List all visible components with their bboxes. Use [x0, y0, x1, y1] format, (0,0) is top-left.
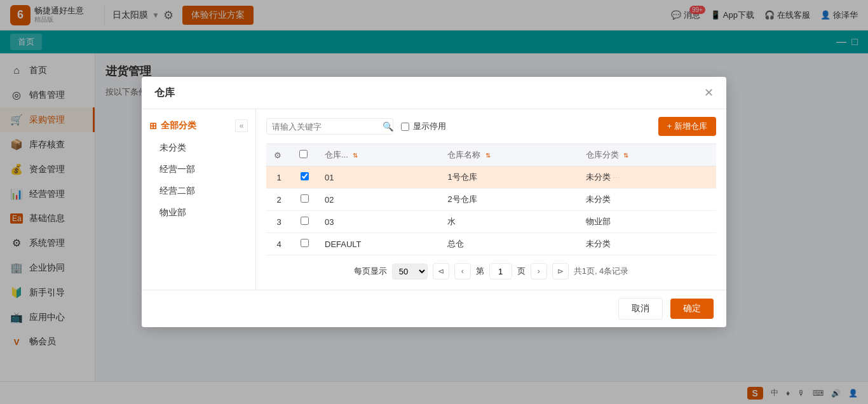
th-name: 仓库名称 ⇅	[440, 144, 578, 166]
category-panel: ⊞ 全部分类 « 未分类 经营一部 经营二部 物业部	[142, 109, 256, 290]
search-icon[interactable]: 🔍	[383, 121, 393, 131]
confirm-button[interactable]: 确定	[670, 299, 714, 319]
table-header-row: ⚙ 仓库... ⇅ 仓库名称 ⇅ 仓库分类	[266, 144, 716, 166]
warehouse-modal: 仓库 ✕ ⊞ 全部分类 « 未分类 经营一部 经营二部 物业部 🔍	[142, 77, 726, 327]
grid-icon: ⊞	[149, 121, 157, 131]
row-num: 2	[266, 189, 292, 211]
row-checkbox-cell	[292, 211, 317, 233]
th-code-label: 仓库...	[325, 150, 348, 159]
category-item-unclassified[interactable]: 未分类	[142, 137, 255, 159]
search-box: 🔍	[266, 118, 393, 135]
row-name: 2号仓库	[440, 189, 578, 211]
first-page-button[interactable]: ⊲	[433, 263, 449, 279]
row-name: 水	[440, 211, 578, 233]
page-number-input[interactable]	[489, 263, 512, 279]
category-all[interactable]: ⊞ 全部分类	[149, 120, 196, 131]
modal-footer: 取消 确定	[142, 290, 726, 327]
settings-icon: ⚙	[274, 151, 281, 160]
table-row[interactable]: 3 03 水 物业部	[266, 211, 716, 233]
prev-page-button[interactable]: ‹	[454, 263, 471, 279]
category-item-dept2[interactable]: 经营二部	[142, 180, 255, 202]
select-all-checkbox[interactable]	[299, 150, 308, 158]
row-num: 1	[266, 166, 292, 189]
table-row[interactable]: 4 DEFAULT 总仓 未分类	[266, 233, 716, 255]
row-num: 4	[266, 233, 292, 255]
row-checkbox[interactable]	[301, 194, 309, 203]
show-disabled-checkbox[interactable]	[401, 123, 409, 131]
per-page-select[interactable]: 50 10 20 100	[392, 264, 428, 279]
action-dots[interactable]: ···	[613, 172, 620, 182]
page-unit: 页	[517, 266, 526, 277]
row-category: 未分类	[578, 189, 716, 211]
table-toolbar: 🔍 显示停用 + 新增仓库	[266, 117, 716, 136]
category-item-dept1[interactable]: 经营一部	[142, 159, 255, 180]
row-checkbox-cell	[292, 233, 317, 255]
category-header: ⊞ 全部分类 «	[142, 117, 255, 137]
row-code: 01	[317, 166, 440, 189]
last-page-button[interactable]: ⊳	[552, 263, 569, 279]
row-category: 未分类 ···	[578, 166, 716, 189]
per-page-label: 每页显示	[354, 266, 387, 277]
row-checkbox[interactable]	[301, 172, 309, 180]
th-category: 仓库分类 ⇅	[578, 144, 716, 166]
modal-body: ⊞ 全部分类 « 未分类 经营一部 经营二部 物业部 🔍 显示停用	[142, 109, 726, 290]
table-container: ⚙ 仓库... ⇅ 仓库名称 ⇅ 仓库分类	[266, 144, 716, 255]
row-code: DEFAULT	[317, 233, 440, 255]
search-input[interactable]	[272, 122, 379, 131]
row-category: 物业部	[578, 211, 716, 233]
sort-icon-name: ⇅	[485, 152, 491, 159]
row-name: 总仓	[440, 233, 578, 255]
collapse-button[interactable]: «	[235, 119, 248, 132]
table-panel: 🔍 显示停用 + 新增仓库 ⚙ 仓库...	[256, 109, 726, 290]
row-category: 未分类	[578, 233, 716, 255]
table-row[interactable]: 1 01 1号仓库 未分类 ···	[266, 166, 716, 189]
th-checkbox	[292, 144, 317, 166]
show-disabled-label: 显示停用	[413, 121, 446, 132]
th-category-label: 仓库分类	[586, 150, 619, 159]
warehouse-table: ⚙ 仓库... ⇅ 仓库名称 ⇅ 仓库分类	[266, 144, 716, 255]
category-all-label: 全部分类	[161, 120, 196, 131]
modal-header: 仓库 ✕	[142, 77, 726, 109]
add-warehouse-button[interactable]: + 新增仓库	[658, 117, 716, 136]
sort-icon-code: ⇅	[353, 152, 358, 159]
category-item-property[interactable]: 物业部	[142, 202, 255, 224]
row-checkbox[interactable]	[301, 239, 309, 247]
th-settings: ⚙	[266, 144, 292, 166]
row-num: 3	[266, 211, 292, 233]
row-checkbox-cell	[292, 189, 317, 211]
row-checkbox[interactable]	[301, 217, 309, 225]
next-page-button[interactable]: ›	[531, 263, 547, 279]
page-label: 第	[476, 266, 484, 277]
cancel-button[interactable]: 取消	[618, 298, 663, 320]
page-info: 共1页, 4条记录	[574, 266, 629, 277]
pagination-bar: 每页显示 50 10 20 100 ⊲ ‹ 第 页 › ⊳ 共1页, 4条记录	[266, 255, 716, 282]
row-checkbox-cell	[292, 166, 317, 189]
table-row[interactable]: 2 02 2号仓库 未分类	[266, 189, 716, 211]
show-disabled-group: 显示停用	[401, 121, 446, 132]
row-name: 1号仓库	[440, 166, 578, 189]
modal-close-button[interactable]: ✕	[704, 86, 714, 100]
modal-title: 仓库	[154, 86, 175, 100]
row-code: 03	[317, 211, 440, 233]
row-code: 02	[317, 189, 440, 211]
sort-icon-category: ⇅	[623, 152, 628, 159]
th-name-label: 仓库名称	[447, 150, 480, 159]
th-code: 仓库... ⇅	[317, 144, 440, 166]
table-body: 1 01 1号仓库 未分类 ··· 2 02 2号仓库 未分类	[266, 166, 716, 255]
